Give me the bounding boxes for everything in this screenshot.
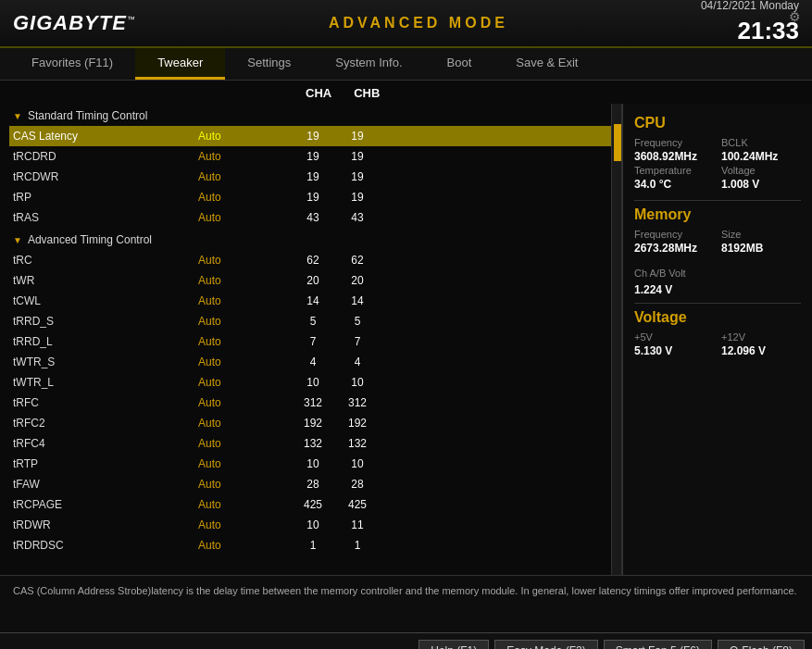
param-name-tras: tRAS bbox=[13, 211, 198, 224]
param-value-cas: Auto bbox=[198, 130, 291, 143]
mode-title: ADVANCED MODE bbox=[329, 15, 508, 31]
mem-volt-value: 1.224 V bbox=[634, 283, 672, 296]
chb-trp: 19 bbox=[335, 191, 380, 204]
time-text: 21:33 bbox=[701, 14, 799, 47]
row-trfc4[interactable]: tRFC4 Auto 132 132 bbox=[9, 433, 611, 454]
v12-label: +12V bbox=[721, 331, 801, 343]
smart-fan-button[interactable]: Smart Fan 5 (F6) bbox=[604, 640, 712, 650]
datetime: 04/12/2021 Monday 21:33 bbox=[701, 0, 799, 48]
cha-trcdwr: 19 bbox=[291, 170, 335, 183]
description-text: CAS (Column Address Strobe)latency is th… bbox=[13, 585, 797, 596]
chb-trcdwr: 19 bbox=[335, 170, 380, 183]
v5-value: 5.130 V bbox=[634, 344, 714, 357]
left-panel[interactable]: ▼ Standard Timing Control CAS Latency Au… bbox=[0, 104, 611, 575]
memory-info-grid: Frequency Size 2673.28MHz 8192MB bbox=[634, 229, 801, 255]
channel-headers: CHA CHB bbox=[0, 81, 812, 104]
row-trc[interactable]: tRC Auto 62 62 bbox=[9, 250, 611, 270]
chb-header: CHB bbox=[354, 86, 380, 100]
standard-title: Standard Timing Control bbox=[28, 109, 147, 122]
v5-label: +5V bbox=[634, 331, 714, 343]
cha-tras: 43 bbox=[291, 211, 335, 224]
param-name-trcdwr: tRCDWR bbox=[13, 170, 198, 183]
gigabyte-logo: GIGABYTE™ bbox=[13, 11, 136, 35]
tab-saveexit[interactable]: Save & Exit bbox=[493, 48, 600, 80]
row-cas-latency[interactable]: CAS Latency Auto 19 19 bbox=[9, 126, 611, 146]
mem-size-label: Size bbox=[721, 229, 801, 240]
cha-trp: 19 bbox=[291, 191, 335, 204]
main-content: ▼ Standard Timing Control CAS Latency Au… bbox=[0, 104, 812, 575]
tab-tweaker[interactable]: Tweaker bbox=[135, 48, 225, 80]
tab-boot[interactable]: Boot bbox=[425, 48, 494, 80]
row-twtr-l[interactable]: tWTR_L Auto 10 10 bbox=[9, 372, 611, 393]
chb-trcdrd: 19 bbox=[335, 150, 380, 163]
v12-value: 12.096 V bbox=[721, 344, 801, 357]
chb-cas: 19 bbox=[335, 130, 380, 143]
scroll-thumb[interactable] bbox=[614, 124, 621, 161]
param-value-trp: Auto bbox=[198, 191, 291, 204]
tab-settings[interactable]: Settings bbox=[225, 48, 313, 80]
mem-freq-label: Frequency bbox=[634, 229, 714, 240]
divider-2 bbox=[634, 303, 801, 304]
row-tcwl[interactable]: tCWL Auto 14 14 bbox=[9, 291, 611, 311]
settings-icon[interactable]: ⚙ bbox=[789, 9, 801, 24]
standard-timing-header: ▼ Standard Timing Control bbox=[9, 104, 611, 126]
row-trcdwr[interactable]: tRCDWR Auto 19 19 bbox=[9, 167, 611, 187]
cpu-bclk-value: 100.24MHz bbox=[721, 150, 801, 163]
easy-mode-button[interactable]: Easy Mode (F2) bbox=[494, 640, 597, 650]
chb-tras: 43 bbox=[335, 211, 380, 224]
cpu-voltage-value: 1.008 V bbox=[721, 178, 801, 191]
row-tras[interactable]: tRAS Auto 43 43 bbox=[9, 207, 611, 228]
tab-sysinfo[interactable]: System Info. bbox=[313, 48, 424, 80]
row-trrd-l[interactable]: tRRD_L Auto 7 7 bbox=[9, 331, 611, 352]
help-button[interactable]: Help (F1) bbox=[418, 640, 489, 650]
mem-volt-label: Ch A/B Volt bbox=[634, 268, 686, 279]
advanced-title: Advanced Timing Control bbox=[28, 233, 152, 246]
arrow-icon-2: ▼ bbox=[13, 235, 22, 245]
cpu-temp-label: Temperature bbox=[634, 165, 714, 176]
cpu-freq-label: Frequency bbox=[634, 137, 714, 148]
divider-1 bbox=[634, 200, 801, 201]
row-trfc2[interactable]: tRFC2 Auto 192 192 bbox=[9, 413, 611, 433]
cha-cas: 19 bbox=[291, 130, 335, 143]
param-value-trcdwr: Auto bbox=[198, 170, 291, 183]
mem-volt-area: Ch A/B Volt 1.224 V bbox=[634, 264, 801, 297]
nav-tabs: Favorites (F11) Tweaker Settings System … bbox=[0, 48, 812, 81]
row-twtr-s[interactable]: tWTR_S Auto 4 4 bbox=[9, 352, 611, 372]
cpu-info-grid: Frequency BCLK 3608.92MHz 100.24MHz Temp… bbox=[634, 137, 801, 191]
advanced-timing-header: ▼ Advanced Timing Control bbox=[9, 228, 611, 250]
top-bar: GIGABYTE™ ADVANCED MODE 04/12/2021 Monda… bbox=[0, 0, 812, 48]
cpu-title: CPU bbox=[634, 115, 801, 131]
mem-freq-value: 2673.28MHz bbox=[634, 242, 714, 255]
row-trcpage[interactable]: tRCPAGE Auto 425 425 bbox=[9, 494, 611, 515]
q-flash-button[interactable]: Q-Flash (F8) bbox=[718, 640, 805, 650]
date-text: 04/12/2021 Monday bbox=[701, 0, 799, 12]
row-tfaw[interactable]: tFAW Auto 28 28 bbox=[9, 474, 611, 494]
row-trfc[interactable]: tRFC Auto 312 312 bbox=[9, 393, 611, 413]
tab-favorites[interactable]: Favorites (F11) bbox=[9, 48, 135, 80]
bottom-toolbar: Help (F1) Easy Mode (F2) Smart Fan 5 (F6… bbox=[0, 632, 812, 649]
param-value-tras: Auto bbox=[198, 211, 291, 224]
param-name-cas: CAS Latency bbox=[13, 130, 198, 143]
memory-title: Memory bbox=[634, 206, 801, 223]
cpu-voltage-label: Voltage bbox=[721, 165, 801, 176]
row-trtp[interactable]: tRTP Auto 10 10 bbox=[9, 454, 611, 474]
row-twr[interactable]: tWR Auto 20 20 bbox=[9, 270, 611, 291]
param-value-trcdrd: Auto bbox=[198, 150, 291, 163]
param-name-trp: tRP bbox=[13, 191, 198, 204]
param-name-trcdrd: tRCDRD bbox=[13, 150, 198, 163]
voltage-title: Voltage bbox=[634, 309, 801, 326]
scroll-indicator[interactable] bbox=[611, 104, 622, 575]
row-trdwr[interactable]: tRDWR Auto 10 11 bbox=[9, 515, 611, 535]
arrow-icon: ▼ bbox=[13, 111, 22, 121]
mem-size-value: 8192MB bbox=[721, 242, 801, 255]
cha-header: CHA bbox=[306, 86, 331, 100]
cpu-bclk-label: BCLK bbox=[721, 137, 801, 148]
voltage-info-grid: +5V +12V 5.130 V 12.096 V bbox=[634, 331, 801, 357]
row-trp[interactable]: tRP Auto 19 19 bbox=[9, 187, 611, 207]
description-area: CAS (Column Address Strobe)latency is th… bbox=[0, 575, 812, 632]
row-trdrdsc[interactable]: tRDRDSC Auto 1 1 bbox=[9, 535, 611, 555]
row-trcdrd[interactable]: tRCDRD Auto 19 19 bbox=[9, 146, 611, 167]
cpu-freq-value: 3608.92MHz bbox=[634, 150, 714, 163]
row-trrd-s[interactable]: tRRD_S Auto 5 5 bbox=[9, 311, 611, 331]
right-panel: CPU Frequency BCLK 3608.92MHz 100.24MHz … bbox=[622, 104, 812, 575]
